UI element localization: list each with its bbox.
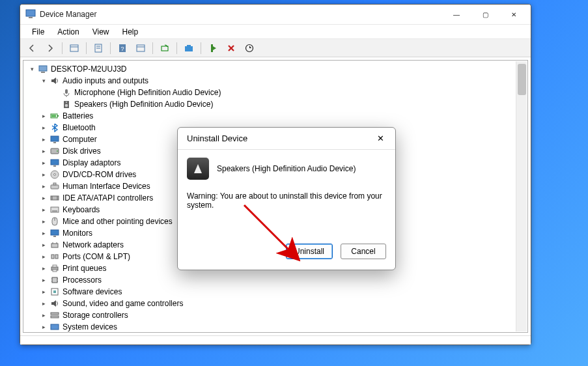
back-button[interactable] <box>24 41 40 55</box>
svg-rect-32 <box>53 142 56 143</box>
tree-label: Monitors <box>63 229 92 238</box>
close-button[interactable]: ✕ <box>499 5 528 23</box>
properties-button[interactable] <box>91 41 106 55</box>
expander-icon[interactable]: ▸ <box>39 170 48 179</box>
expander-icon[interactable]: ▸ <box>39 205 48 214</box>
tree-label: Display adaptors <box>63 158 120 167</box>
svg-marker-15 <box>213 46 216 50</box>
expander-icon[interactable]: ▾ <box>39 76 48 85</box>
expander-icon[interactable]: ▸ <box>39 252 48 261</box>
maximize-button[interactable]: ▢ <box>471 5 499 23</box>
tree-category[interactable]: ▸Software devices <box>23 286 527 298</box>
tree-root[interactable]: ▾DESKTOP-M2UUJ3D <box>23 63 527 75</box>
svg-rect-21 <box>41 72 45 73</box>
tree-category[interactable]: ▸Batteries <box>23 110 527 122</box>
tree-label: Network adapters <box>63 240 124 249</box>
expander-icon[interactable]: ▸ <box>39 240 48 249</box>
action-button[interactable] <box>133 41 148 55</box>
update-driver-button[interactable] <box>181 41 197 55</box>
svg-rect-66 <box>51 313 59 315</box>
svg-rect-53 <box>51 255 54 259</box>
svg-rect-39 <box>51 185 59 189</box>
expander-icon[interactable]: ▸ <box>39 311 48 320</box>
tree-category[interactable]: ▸Sound, video and game controllers <box>23 298 527 309</box>
expander-icon[interactable] <box>51 100 60 109</box>
category-icon <box>49 122 60 133</box>
svg-rect-58 <box>52 277 57 283</box>
tree-label: Speakers (High Definition Audio Device) <box>74 100 213 109</box>
tree-label: Bluetooth <box>63 123 96 132</box>
svg-rect-54 <box>55 255 58 259</box>
tree-label: Keyboards <box>63 205 100 214</box>
tree-device-speakers[interactable]: Speakers (High Definition Audio Device) <box>23 98 527 110</box>
expander-icon[interactable]: ▸ <box>39 193 48 203</box>
tree-label: IDE ATA/ATAPI controllers <box>63 193 153 203</box>
device-manager-icon <box>25 9 36 20</box>
category-icon <box>49 228 60 238</box>
category-icon <box>49 310 60 320</box>
menu-action[interactable]: Action <box>51 26 85 38</box>
scan-button[interactable] <box>157 41 173 55</box>
svg-rect-49 <box>53 236 56 237</box>
tree-category[interactable]: ▸Storage controllers <box>23 309 527 321</box>
expander-icon[interactable]: ▸ <box>39 275 48 285</box>
scrollbar[interactable] <box>516 61 527 331</box>
expander-icon[interactable]: ▸ <box>39 322 48 331</box>
titlebar: Device Manager — ▢ ✕ <box>20 5 531 24</box>
help-button[interactable]: ? <box>115 41 130 55</box>
expander-icon[interactable]: ▸ <box>39 135 48 144</box>
category-icon <box>61 87 72 98</box>
expander-icon[interactable]: ▸ <box>39 299 48 308</box>
expander-icon[interactable]: ▸ <box>39 123 48 132</box>
category-icon <box>49 322 60 332</box>
category-icon <box>49 251 60 262</box>
dialog-warning-text: Warning: You are about to uninstall this… <box>187 191 386 210</box>
scan-hardware-button[interactable] <box>242 41 257 55</box>
expander-icon[interactable]: ▸ <box>39 147 48 156</box>
svg-point-38 <box>54 174 56 176</box>
category-icon <box>49 240 60 250</box>
expander-icon[interactable]: ▸ <box>39 217 48 226</box>
menu-help[interactable]: Help <box>116 26 145 38</box>
svg-marker-19 <box>249 46 251 48</box>
minimize-button[interactable]: — <box>442 5 471 23</box>
tree-category[interactable]: ▸System devices <box>23 321 527 333</box>
cancel-button[interactable]: Cancel <box>341 244 386 259</box>
dialog-close-button[interactable]: ✕ <box>371 130 390 147</box>
expander-icon[interactable]: ▸ <box>39 287 48 296</box>
svg-rect-36 <box>53 165 56 167</box>
scrollbar-thumb[interactable] <box>518 64 526 95</box>
tree-label: Disk drives <box>63 147 101 156</box>
speaker-icon <box>187 158 209 180</box>
show-hidden-button[interactable] <box>66 41 82 55</box>
menu-file[interactable]: File <box>25 26 51 38</box>
expander-icon[interactable]: ▸ <box>39 264 48 273</box>
tree-label: DESKTOP-M2UUJ3D <box>51 64 126 74</box>
expander-icon[interactable] <box>51 88 60 97</box>
expander-icon[interactable]: ▸ <box>39 158 48 167</box>
forward-button[interactable] <box>42 41 58 55</box>
tree-category[interactable]: ▸Processors <box>23 274 527 286</box>
svg-point-34 <box>57 150 58 152</box>
category-icon <box>49 169 60 180</box>
expander-icon[interactable]: ▸ <box>39 111 48 120</box>
enable-device-button[interactable] <box>205 41 221 55</box>
tree-device-microphone[interactable]: Microphone (High Definition Audio Device… <box>23 87 527 98</box>
category-icon <box>49 287 60 297</box>
expander-icon[interactable]: ▸ <box>39 182 48 191</box>
uninstall-button[interactable]: Uninstall <box>286 244 333 259</box>
category-icon <box>49 158 60 168</box>
tree-category-audio[interactable]: ▾Audio inputs and outputs <box>23 75 527 87</box>
window-controls: — ▢ ✕ <box>442 5 528 23</box>
tree-label: Mice and other pointing devices <box>63 217 173 226</box>
tree-label: DVD/CD-ROM drives <box>63 170 136 179</box>
menu-view[interactable]: View <box>86 26 116 38</box>
dialog-buttons: Uninstall Cancel <box>178 244 395 270</box>
expander-icon[interactable]: ▾ <box>27 64 36 74</box>
svg-rect-2 <box>70 45 78 51</box>
dialog-title: Uninstall Device <box>187 134 247 143</box>
svg-rect-13 <box>187 45 191 47</box>
uninstall-device-button[interactable] <box>223 41 239 55</box>
category-icon <box>38 64 48 74</box>
expander-icon[interactable]: ▸ <box>39 229 48 238</box>
